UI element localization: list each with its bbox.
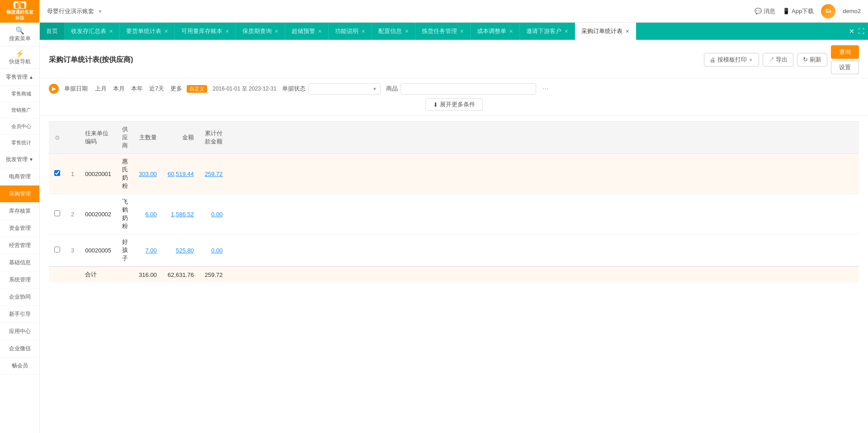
tabbar-close-all[interactable]: ✕ [849, 28, 854, 35]
table-row[interactable]: 3 00020005 好孩子 7.00 525.80 0.00 [49, 234, 859, 267]
tab-gongngshuoming-close[interactable]: ✕ [361, 29, 365, 34]
goods-more-button[interactable]: ··· [539, 83, 552, 95]
tab-yaoqing-close[interactable]: ✕ [564, 29, 568, 34]
status-filter-field: 单据状态 [282, 83, 381, 95]
shortcut-last-month[interactable]: 上月 [93, 84, 108, 94]
td-amount[interactable]: 525.80 [162, 234, 199, 267]
sidebar-item-quicknav[interactable]: ⚡ 快捷导航 [0, 47, 39, 69]
status-filter-label: 单据状态 [282, 85, 306, 93]
sidebar-item-vip[interactable]: 畅会员 [0, 357, 39, 375]
tab-caigou[interactable]: 采购订单统计表 ✕ [575, 23, 636, 40]
filter-toggle-button[interactable]: ▶ [49, 84, 59, 94]
sidebar-item-purchase[interactable]: 采购管理 [0, 186, 39, 203]
tab-chengben-close[interactable]: ✕ [509, 29, 513, 34]
sidebar-item-retail-stats[interactable]: 零售统计 [0, 135, 39, 151]
sidebar-item-basics[interactable]: 基础信息 [0, 254, 39, 271]
sidebar-item-weixin[interactable]: 企业微信 [0, 340, 39, 357]
shortcut-more[interactable]: 更多 [169, 84, 184, 94]
tab-yaohuo[interactable]: 要货单统计表 ✕ [120, 23, 175, 40]
app-logo: 畅捷通好生意 标版 [0, 0, 39, 23]
th-no [66, 122, 80, 154]
tab-baozhiqi-close[interactable]: ✕ [274, 29, 278, 34]
shortcut-7days[interactable]: 近7天 [147, 84, 166, 94]
sidebar-item-inventory[interactable]: 库存核算 [0, 203, 39, 220]
table-footer-row: 合计 316.00 62,631.76 259.72 [49, 266, 859, 282]
td-check[interactable] [49, 154, 66, 194]
tab-gongngshuoming[interactable]: 功能说明 ✕ [329, 23, 372, 40]
shortcut-this-year[interactable]: 本年 [129, 84, 145, 94]
topbar-workspace[interactable]: 母婴行业演示账套 ▼ [47, 7, 103, 15]
tab-chaochuyujing[interactable]: 超储预警 ✕ [285, 23, 329, 40]
settings-gear-icon[interactable]: ⚙ [55, 134, 60, 141]
tab-baozhiqi[interactable]: 保质期查询 ✕ [236, 23, 285, 40]
sidebar-item-finance[interactable]: 资金管理 [0, 220, 39, 237]
tab-keyongliang[interactable]: 可用量库存账本 ✕ [175, 23, 236, 40]
export-button[interactable]: ↗ 导出 [763, 53, 794, 67]
sidebar-item-system[interactable]: 系统管理 [0, 271, 39, 289]
tab-chaochuyujing-close[interactable]: ✕ [318, 29, 322, 34]
tab-keyongliang-close[interactable]: ✕ [225, 29, 229, 34]
tab-peizhi-close[interactable]: ✕ [405, 29, 409, 34]
tab-chaochuyujing-label: 超储预警 [292, 27, 315, 35]
td-check[interactable] [49, 194, 66, 234]
table-row[interactable]: 2 00020002 飞鹤奶粉 6.00 1,586.52 0.00 [49, 194, 859, 234]
tab-shoufahuizong[interactable]: 收发存汇总表 ✕ [65, 23, 120, 40]
td-qty[interactable]: 303.00 [133, 154, 162, 194]
td-supplier: 惠氏奶粉 [117, 154, 133, 194]
td-paid[interactable]: 259.72 [199, 154, 228, 194]
footer-paid: 259.72 [199, 266, 228, 282]
row-checkbox[interactable] [54, 210, 60, 216]
settings-button[interactable]: 设置 [831, 61, 859, 74]
row-checkbox[interactable] [54, 170, 60, 176]
sidebar-item-operations[interactable]: 经营管理 [0, 237, 39, 254]
shortcut-this-month[interactable]: 本月 [111, 84, 127, 94]
sidebar-item-enterprise[interactable]: 企业协同 [0, 289, 39, 306]
table-row[interactable]: 1 00020001 惠氏奶粉 303.00 60,519.44 259.72 [49, 154, 859, 194]
tab-peizhi[interactable]: 配置信息 ✕ [372, 23, 415, 40]
query-button[interactable]: 查询 [831, 45, 859, 59]
goods-filter-field: 商品 ··· [386, 83, 552, 95]
tab-caigou-close[interactable]: ✕ [625, 29, 629, 34]
tab-yaohuo-close[interactable]: ✕ [164, 29, 168, 34]
date-range-display: 2016-01-01 至 2023-12-31 [212, 85, 276, 93]
table-header-row: ⚙ 往来单位编码 供应商 主数量 金额 累计付款金额 [49, 122, 859, 154]
sidebar-item-appstore[interactable]: 应用中心 [0, 323, 39, 340]
td-paid[interactable]: 0.00 [199, 234, 228, 267]
tab-chengben[interactable]: 成本调整单 ✕ [471, 23, 520, 40]
row-checkbox[interactable] [54, 247, 60, 252]
template-print-button[interactable]: 🖨 按模板打印 ▼ [704, 53, 759, 67]
refresh-button[interactable]: ↻ 刷新 [797, 53, 827, 67]
goods-filter-label: 商品 [386, 85, 398, 93]
footer-qty: 316.00 [133, 266, 162, 282]
tab-home[interactable]: 首页 [40, 23, 65, 40]
td-unit-code: 00020002 [80, 194, 117, 234]
expand-more-button[interactable]: ⬇ 展开更多条件 [425, 98, 483, 111]
app-download-btn[interactable]: 📱 App下载 [783, 7, 814, 15]
tab-yaoqing[interactable]: 邀请下游客户 ✕ [520, 23, 575, 40]
td-qty[interactable]: 6.00 [133, 194, 162, 234]
status-select[interactable] [308, 83, 381, 95]
td-amount[interactable]: 1,586.52 [162, 194, 199, 234]
sidebar-item-search[interactable]: 🔍 搜索菜单 [0, 23, 39, 47]
sidebar-item-retail-mall[interactable]: 零售商城 [0, 86, 39, 102]
user-avatar[interactable]: Ea [821, 4, 835, 19]
td-qty[interactable]: 7.00 [133, 234, 162, 267]
date-shortcuts: 上月 本月 本年 近7天 更多 自定义 [93, 84, 207, 94]
sidebar-item-marketing[interactable]: 营销推广 [0, 102, 39, 119]
goods-search-input[interactable] [401, 83, 536, 95]
tabbar-maximize[interactable]: ⛶ [858, 28, 864, 35]
sidebar-item-ecommerce[interactable]: 电商管理 [0, 168, 39, 186]
date-custom-badge[interactable]: 自定义 [187, 85, 207, 93]
tab-zuohuo-close[interactable]: ✕ [460, 29, 464, 34]
td-paid[interactable]: 0.00 [199, 194, 228, 234]
td-amount[interactable]: 60,519.44 [162, 154, 199, 194]
tab-shoufahuizong-close[interactable]: ✕ [109, 29, 113, 34]
sidebar-item-wholesale[interactable]: 批发管理 ▼ [0, 151, 39, 168]
tab-baozhiqi-label: 保质期查询 [242, 27, 272, 35]
tab-zuohuo[interactable]: 拣货任务管理 ✕ [415, 23, 471, 40]
message-btn[interactable]: 💬 消息 [755, 7, 775, 15]
sidebar-item-retail[interactable]: 零售管理 ▲ [0, 69, 39, 86]
td-check[interactable] [49, 234, 66, 267]
sidebar-item-member[interactable]: 会员中心 [0, 119, 39, 135]
sidebar-item-newbie[interactable]: 新手引导 [0, 306, 39, 323]
